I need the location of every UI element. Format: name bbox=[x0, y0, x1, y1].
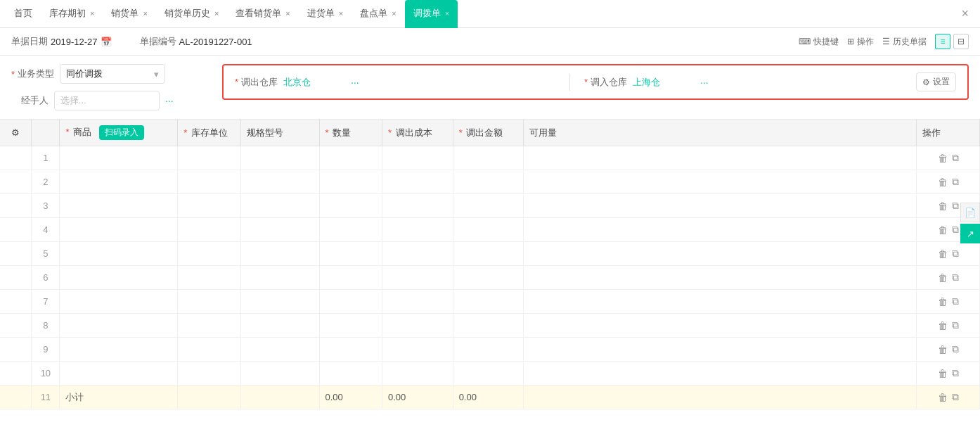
copy-row-icon[interactable]: ⧉ bbox=[952, 248, 959, 260]
row-cost-cell[interactable] bbox=[382, 194, 453, 218]
delete-icon[interactable]: 🗑 bbox=[938, 296, 948, 307]
settings-button[interactable]: ⚙ 设置 bbox=[916, 72, 956, 91]
row-quantity-cell[interactable] bbox=[319, 146, 382, 170]
row-available-cell[interactable] bbox=[524, 338, 917, 362]
row-product-cell[interactable] bbox=[60, 146, 178, 170]
scan-button[interactable]: 扫码录入 bbox=[99, 125, 144, 140]
row-amount-cell[interactable] bbox=[453, 362, 524, 386]
row-product-cell[interactable] bbox=[60, 170, 178, 194]
tab-inventory-init[interactable]: 库存期初 × bbox=[41, 0, 103, 28]
row-product-cell[interactable] bbox=[60, 266, 178, 290]
row-quantity-cell[interactable] bbox=[319, 338, 382, 362]
row-available-cell[interactable] bbox=[524, 242, 917, 266]
copy-row-icon[interactable]: ⧉ bbox=[952, 343, 959, 355]
row-cost-cell[interactable] bbox=[382, 170, 453, 194]
row-cost-cell[interactable] bbox=[382, 218, 453, 242]
copy-row-icon[interactable]: ⧉ bbox=[952, 367, 959, 379]
row-product-cell[interactable] bbox=[60, 290, 178, 314]
row-amount-cell[interactable] bbox=[453, 242, 524, 266]
copy-row-icon[interactable]: ⧉ bbox=[952, 224, 959, 236]
copy-row-icon[interactable]: ⧉ bbox=[952, 272, 959, 283]
row-available-cell[interactable] bbox=[524, 362, 917, 386]
tab-stocktake[interactable]: 盘点单 × bbox=[352, 0, 404, 28]
row-spec-cell[interactable] bbox=[240, 194, 319, 218]
row-available-cell[interactable] bbox=[524, 290, 917, 314]
row-spec-cell[interactable] bbox=[240, 146, 319, 170]
row-spec-cell[interactable] bbox=[240, 362, 319, 386]
row-unit-cell[interactable] bbox=[178, 218, 240, 242]
row-cost-cell[interactable] bbox=[382, 338, 453, 362]
row-amount-cell[interactable] bbox=[453, 146, 524, 170]
row-unit-cell[interactable] bbox=[178, 266, 240, 290]
export-float-button[interactable]: ↗ bbox=[960, 224, 980, 243]
row-available-cell[interactable] bbox=[524, 170, 917, 194]
row-quantity-cell[interactable] bbox=[319, 290, 382, 314]
row-spec-cell[interactable] bbox=[240, 290, 319, 314]
subtotal-delete-icon[interactable]: 🗑 bbox=[938, 392, 948, 403]
warehouse-out-value[interactable]: 北京仓 bbox=[283, 76, 340, 89]
warehouse-out-more-icon[interactable]: ··· bbox=[351, 77, 359, 88]
col-header-gear[interactable]: ⚙ bbox=[0, 120, 32, 146]
row-cost-cell[interactable] bbox=[382, 290, 453, 314]
row-quantity-cell[interactable] bbox=[319, 266, 382, 290]
date-value[interactable]: 2019-12-27 bbox=[51, 37, 98, 47]
delete-icon[interactable]: 🗑 bbox=[938, 344, 948, 355]
copy-row-icon[interactable]: ⧉ bbox=[952, 200, 959, 212]
row-spec-cell[interactable] bbox=[240, 170, 319, 194]
row-quantity-cell[interactable] bbox=[319, 314, 382, 338]
row-available-cell[interactable] bbox=[524, 314, 917, 338]
row-amount-cell[interactable] bbox=[453, 314, 524, 338]
warehouse-in-more-icon[interactable]: ··· bbox=[700, 77, 709, 88]
row-amount-cell[interactable] bbox=[453, 338, 524, 362]
subtotal-copy-icon[interactable]: ⧉ bbox=[952, 391, 959, 403]
delete-icon[interactable]: 🗑 bbox=[938, 153, 948, 164]
layout-list-button[interactable]: ≡ bbox=[935, 34, 950, 49]
delete-icon[interactable]: 🗑 bbox=[938, 272, 948, 283]
delete-icon[interactable]: 🗑 bbox=[938, 320, 948, 331]
tab-sales-history-close[interactable]: × bbox=[214, 9, 219, 18]
row-product-cell[interactable] bbox=[60, 218, 178, 242]
row-quantity-cell[interactable] bbox=[319, 242, 382, 266]
row-unit-cell[interactable] bbox=[178, 338, 240, 362]
tab-sales-history[interactable]: 销货单历史 × bbox=[156, 0, 227, 28]
row-available-cell[interactable] bbox=[524, 194, 917, 218]
row-spec-cell[interactable] bbox=[240, 314, 319, 338]
handler-select[interactable]: 选择... bbox=[54, 91, 160, 110]
row-unit-cell[interactable] bbox=[178, 290, 240, 314]
row-product-cell[interactable] bbox=[60, 338, 178, 362]
row-unit-cell[interactable] bbox=[178, 170, 240, 194]
row-cost-cell[interactable] bbox=[382, 314, 453, 338]
row-quantity-cell[interactable] bbox=[319, 194, 382, 218]
delete-icon[interactable]: 🗑 bbox=[938, 200, 948, 212]
row-spec-cell[interactable] bbox=[240, 242, 319, 266]
tab-purchase-order-close[interactable]: × bbox=[339, 9, 343, 18]
row-unit-cell[interactable] bbox=[178, 362, 240, 386]
row-product-cell[interactable] bbox=[60, 242, 178, 266]
row-spec-cell[interactable] bbox=[240, 218, 319, 242]
row-unit-cell[interactable] bbox=[178, 314, 240, 338]
row-amount-cell[interactable] bbox=[453, 194, 524, 218]
tab-sales-order[interactable]: 销货单 × bbox=[103, 0, 155, 28]
history-button[interactable]: ☰ 历史单据 bbox=[882, 36, 927, 48]
delete-icon[interactable]: 🗑 bbox=[938, 248, 948, 260]
tab-view-sales[interactable]: 查看销货单 × bbox=[227, 0, 298, 28]
row-amount-cell[interactable] bbox=[453, 290, 524, 314]
row-amount-cell[interactable] bbox=[453, 170, 524, 194]
delete-icon[interactable]: 🗑 bbox=[938, 177, 948, 188]
row-product-cell[interactable] bbox=[60, 194, 178, 218]
tab-inventory-init-close[interactable]: × bbox=[90, 9, 94, 18]
delete-icon[interactable]: 🗑 bbox=[938, 368, 948, 379]
row-cost-cell[interactable] bbox=[382, 242, 453, 266]
row-product-cell[interactable] bbox=[60, 362, 178, 386]
copy-row-icon[interactable]: ⧉ bbox=[952, 176, 959, 188]
row-available-cell[interactable] bbox=[524, 218, 917, 242]
row-available-cell[interactable] bbox=[524, 146, 917, 170]
business-type-select[interactable]: 同价调拨 ▾ bbox=[60, 64, 165, 84]
row-cost-cell[interactable] bbox=[382, 362, 453, 386]
tab-home[interactable]: 首页 bbox=[6, 0, 41, 28]
handler-more-icon[interactable]: ··· bbox=[165, 95, 174, 106]
row-quantity-cell[interactable] bbox=[319, 362, 382, 386]
row-amount-cell[interactable] bbox=[453, 218, 524, 242]
row-spec-cell[interactable] bbox=[240, 338, 319, 362]
row-cost-cell[interactable] bbox=[382, 266, 453, 290]
